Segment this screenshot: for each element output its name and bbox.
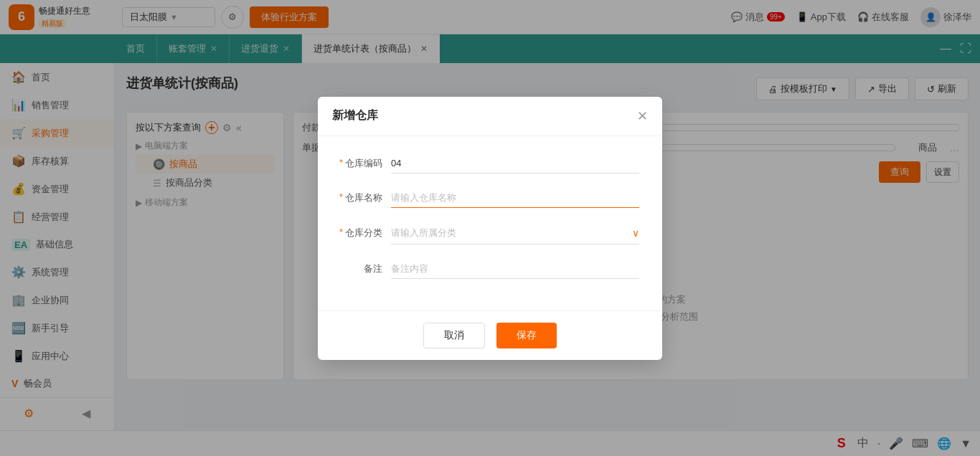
form-row-code: 仓库编码 xyxy=(341,153,639,174)
modal-title: 新增仓库 xyxy=(332,108,378,123)
add-warehouse-modal: 新增仓库 ✕ 仓库编码 仓库名称 仓库分类 请输入所属分类 ∨ xyxy=(318,97,662,360)
modal-footer: 取消 保存 xyxy=(318,310,662,360)
modal-header: 新增仓库 ✕ xyxy=(318,97,662,136)
remark-input[interactable] xyxy=(391,259,639,279)
form-row-name: 仓库名称 xyxy=(341,188,639,208)
category-select[interactable]: 请输入所属分类 ∨ xyxy=(391,222,639,244)
form-row-category: 仓库分类 请输入所属分类 ∨ xyxy=(341,222,639,244)
category-placeholder: 请输入所属分类 xyxy=(391,227,632,239)
code-input[interactable] xyxy=(391,153,639,174)
cancel-button[interactable]: 取消 xyxy=(423,323,485,348)
modal-body: 仓库编码 仓库名称 仓库分类 请输入所属分类 ∨ 备注 xyxy=(318,136,662,310)
name-label: 仓库名称 xyxy=(341,191,391,204)
modal-backdrop: 新增仓库 ✕ 仓库编码 仓库名称 仓库分类 请输入所属分类 ∨ xyxy=(0,0,980,456)
code-label: 仓库编码 xyxy=(341,157,391,170)
category-label: 仓库分类 xyxy=(341,227,391,239)
form-row-remark: 备注 xyxy=(341,259,639,279)
name-input[interactable] xyxy=(391,188,639,208)
modal-close-icon[interactable]: ✕ xyxy=(637,108,648,124)
category-arrow-icon: ∨ xyxy=(632,227,639,239)
save-button[interactable]: 保存 xyxy=(496,323,557,348)
remark-label: 备注 xyxy=(341,262,391,275)
